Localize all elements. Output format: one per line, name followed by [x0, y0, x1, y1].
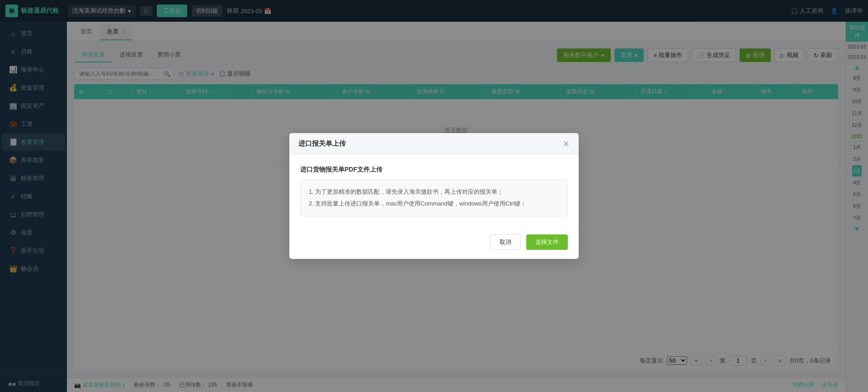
modal-cancel-button[interactable]: 取消 [490, 234, 521, 250]
modal-select-file-button[interactable]: 选择文件 [526, 234, 568, 250]
modal-overlay[interactable]: 进口报关单上传 ✕ 进口货物报关单PDF文件上传 1. 为了更加精准的数据匹配，… [0, 0, 868, 392]
modal-close-button[interactable]: ✕ [563, 140, 570, 148]
import-modal: 进口报关单上传 ✕ 进口货物报关单PDF文件上传 1. 为了更加精准的数据匹配，… [289, 133, 579, 259]
modal-title: 进口报关单上传 [298, 139, 346, 148]
modal-body: 进口货物报关单PDF文件上传 1. 为了更加精准的数据匹配，请先录入海关缴款书，… [289, 155, 579, 234]
modal-upload-title: 进口货物报关单PDF文件上传 [300, 166, 568, 174]
modal-info-box: 1. 为了更加精准的数据匹配，请先录入海关缴款书，再上传对应的报关单； 2. 支… [300, 179, 568, 216]
modal-header: 进口报关单上传 ✕ [289, 133, 579, 155]
modal-info-line1: 1. 为了更加精准的数据匹配，请先录入海关缴款书，再上传对应的报关单； [309, 186, 559, 198]
modal-footer: 取消 选择文件 [289, 234, 579, 259]
modal-info-line2: 2. 支持批量上传进口报关单，mac用户使用Command键，windows用户… [309, 198, 559, 210]
